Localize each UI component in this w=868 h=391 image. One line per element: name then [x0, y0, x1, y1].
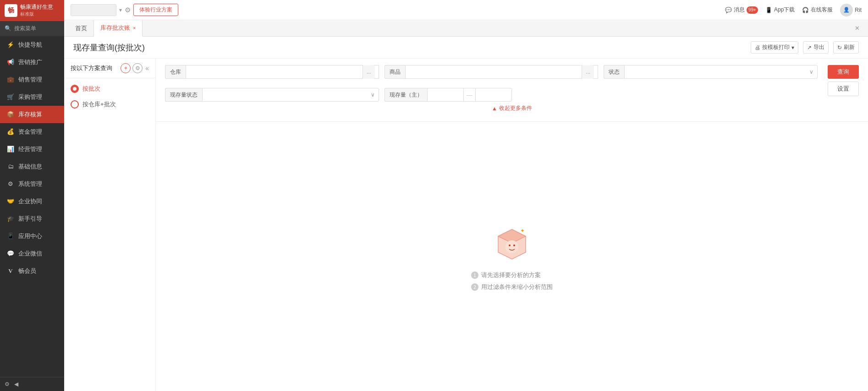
tip-num-2: 2	[471, 283, 478, 291]
warehouse-more-btn[interactable]: ...	[363, 65, 375, 79]
sidebar-item-label: 采购管理	[18, 93, 42, 101]
sidebar-item-enterprise[interactable]: 🤝 企业协同	[0, 193, 64, 210]
online-service-action[interactable]: 🎧 在线客服	[802, 6, 833, 14]
user-avatar: 👤	[840, 4, 853, 16]
scheme-add-btn[interactable]: +	[121, 63, 131, 73]
sidebar-item-operations[interactable]: 📊 经营管理	[0, 141, 64, 158]
app-download-action[interactable]: 📱 App下载	[765, 6, 795, 14]
filter-collapse-btn[interactable]: ▲ 收起更多条件	[165, 102, 859, 115]
sidebar-item-inventory[interactable]: 📦 库存核算	[0, 106, 64, 123]
topbar-search-input[interactable]	[71, 4, 116, 16]
export-btn-label: 导出	[813, 43, 824, 51]
sidebar-item-label: 基础信息	[18, 163, 42, 171]
collapse-up-icon: ▲	[492, 105, 497, 112]
sidebar-search[interactable]: 🔍 搜索菜单	[0, 21, 64, 36]
app-center-icon: 📱	[6, 232, 15, 240]
tab-close-icon[interactable]: ×	[133, 25, 136, 31]
scheme-item-batch[interactable]: 按批次	[64, 81, 155, 97]
tab-panel-close-btn[interactable]: ✕	[855, 25, 860, 32]
app-download-label: App下载	[774, 6, 795, 14]
status-chevron-icon: ∨	[809, 69, 813, 75]
sidebar-item-label: 销售管理	[18, 76, 42, 84]
scheme-settings-btn[interactable]: ⚙	[132, 63, 143, 73]
sidebar-item-purchase[interactable]: 🛒 采购管理	[0, 88, 64, 106]
finance-icon: 💰	[6, 128, 15, 136]
sidebar-item-label: 经营管理	[18, 145, 42, 153]
main-area: ▾ ⚙ 体验行业方案 💬 消息 99+ 📱 App下载 🎧 在线客服 👤 Rit	[64, 0, 868, 391]
sidebar-title-area: 畅康通好生意 标准版	[20, 4, 53, 17]
topbar-gear-icon[interactable]: ⚙	[125, 6, 131, 14]
sidebar-item-sales[interactable]: 💼 销售管理	[0, 71, 64, 88]
tab-inventory-batch[interactable]: 库存批次账 ×	[94, 20, 143, 37]
messages-label: 消息	[734, 6, 745, 14]
warehouse-label: 仓库	[165, 65, 186, 79]
sidebar-item-finance[interactable]: 💰 资金管理	[0, 123, 64, 141]
scheme-collapse-btn[interactable]: «	[145, 65, 149, 72]
collapse-label: 收起更多条件	[499, 104, 532, 112]
filter-settings-btn[interactable]: 设置	[828, 81, 859, 96]
online-service-label: 在线客服	[811, 6, 833, 14]
sidebar-item-newbie[interactable]: 🎓 新手引导	[0, 210, 64, 228]
empty-tip-2: 2 用过滤条件来缩小分析范围	[471, 283, 553, 291]
scheme-panel: 按以下方案查询 + ⚙ « 按批次	[64, 59, 156, 391]
query-btn[interactable]: 查询	[828, 65, 859, 79]
filter-stock-status: 现存量状态 ∨	[165, 88, 379, 102]
status-select[interactable]: ∨	[624, 65, 818, 79]
svg-point-4	[513, 244, 515, 246]
sidebar-item-system[interactable]: ⚙ 系统管理	[0, 175, 64, 193]
sidebar-item-label: 资金管理	[18, 128, 42, 136]
stock-qty-max-input[interactable]	[475, 88, 512, 102]
filter-warehouse: 仓库 ...	[165, 65, 379, 79]
settings-gear-icon: ⚙	[5, 381, 10, 387]
empty-state: ✦ 1 请先选择要分析的方案 2 用过滤条件来缩小分析范围	[156, 122, 868, 391]
sidebar-nav: ⚡ 快捷导航 📢 营销推广 💼 销售管理 🛒 采购管理 📦 库存核算 💰 资金管…	[0, 36, 64, 377]
tip-text-1: 请先选择要分析的方案	[481, 271, 541, 279]
scheme-panel-header: 按以下方案查询 + ⚙ «	[64, 59, 155, 78]
sidebar-item-label: 应用中心	[18, 232, 42, 240]
product-more-btn[interactable]: ...	[582, 65, 594, 79]
collapse-icon: ◀	[14, 381, 18, 387]
stock-status-select[interactable]: ∨	[202, 88, 379, 102]
scheme-panel-title: 按以下方案查询	[71, 64, 118, 72]
username-label: Rit	[855, 7, 862, 13]
sidebar-item-basic-info[interactable]: 🗂 基础信息	[0, 158, 64, 175]
print-chevron-icon: ▾	[791, 44, 794, 51]
filter-rows: 仓库 ... 商品 ...	[156, 59, 868, 122]
export-btn[interactable]: ↗ 导出	[803, 41, 829, 54]
user-profile-action[interactable]: 👤 Rit	[840, 4, 862, 16]
empty-tips: 1 请先选择要分析的方案 2 用过滤条件来缩小分析范围	[471, 271, 553, 295]
sidebar-settings-btn[interactable]: ⚙	[5, 381, 10, 387]
stock-qty-min-input[interactable]	[427, 88, 464, 102]
sidebar-collapse-btn[interactable]: ◀	[14, 381, 18, 387]
filter-product: 商品 ...	[385, 65, 599, 79]
sidebar-item-app-center[interactable]: 📱 应用中心	[0, 228, 64, 245]
product-label: 商品	[385, 65, 405, 79]
svg-text:✦: ✦	[520, 228, 525, 234]
sidebar-item-marketing[interactable]: 📢 营销推广	[0, 54, 64, 71]
refresh-icon: ↻	[837, 44, 842, 51]
sidebar-search-label: 搜索菜单	[14, 25, 36, 33]
filter-row-1: 仓库 ... 商品 ...	[165, 65, 818, 79]
scheme-panel-actions: + ⚙	[121, 63, 143, 73]
filter-status: 状态 ∨	[604, 65, 818, 79]
topbar-breadcrumb: ▾ ⚙ 体验行业方案	[71, 4, 720, 16]
search-icon: 🔍	[5, 25, 11, 32]
scheme-item-label: 按批次	[82, 85, 100, 93]
scheme-item-dot	[71, 100, 79, 109]
tab-home[interactable]: 首页	[69, 20, 94, 37]
sidebar-item-label: 企业微信	[18, 250, 42, 258]
trial-btn[interactable]: 体验行业方案	[133, 4, 178, 16]
settings-icon: ⚙	[135, 65, 140, 71]
messages-action[interactable]: 💬 消息 99+	[725, 6, 758, 14]
sidebar-item-wechat[interactable]: 💬 企业微信	[0, 245, 64, 262]
empty-tip-1: 1 请先选择要分析的方案	[471, 271, 553, 279]
sidebar-item-member[interactable]: V 畅会员	[0, 262, 64, 280]
sidebar-item-label: 库存核算	[18, 110, 42, 119]
scheme-item-warehouse-batch[interactable]: 按仓库+批次	[64, 97, 155, 112]
refresh-btn[interactable]: ↻ 刷新	[833, 41, 859, 54]
stock-status-label: 现存量状态	[165, 88, 202, 102]
sidebar-item-quick-nav[interactable]: ⚡ 快捷导航	[0, 36, 64, 54]
print-template-btn[interactable]: 🖨 按模板打印 ▾	[751, 41, 798, 54]
topbar: ▾ ⚙ 体验行业方案 💬 消息 99+ 📱 App下载 🎧 在线客服 👤 Rit	[64, 0, 868, 20]
basic-info-icon: 🗂	[6, 163, 15, 171]
